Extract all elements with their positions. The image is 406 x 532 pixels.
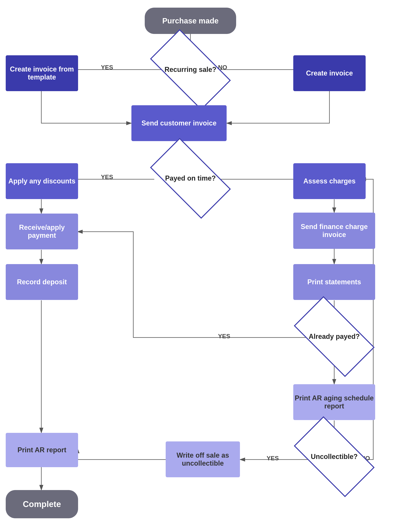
flowchart: YES NO YES NO YES NO YES NO Purchase mad… [0, 0, 406, 532]
label-yes-recurring: YES [101, 64, 113, 71]
record-deposit-node: Record deposit [6, 264, 78, 300]
write-off-node: Write off sale as uncollectible [166, 442, 240, 477]
send-customer-invoice-node: Send customer invoice [131, 105, 227, 141]
complete-node: Complete [6, 490, 78, 518]
apply-discounts-node: Apply any discounts [6, 163, 78, 199]
purchase-made-node: Purchase made [145, 8, 236, 34]
payed-on-time-diamond: Payed on time? [154, 157, 227, 199]
uncollectible-diamond: Uncollectible? [298, 436, 370, 478]
label-yes-payed: YES [101, 173, 113, 180]
create-invoice-template-node: Create invoice from template [6, 55, 78, 91]
print-ar-report-node: Print AR report [6, 433, 78, 467]
print-ar-aging-node: Print AR aging schedule report [293, 384, 375, 420]
print-statements-node: Print statements [293, 264, 375, 300]
label-yes-already: YES [218, 333, 230, 340]
assess-charges-node: Assess charges [293, 163, 366, 199]
recurring-sale-diamond: Recurring sale? [154, 49, 227, 90]
receive-payment-node: Receive/apply payment [6, 214, 78, 249]
create-invoice-node: Create invoice [293, 55, 366, 91]
label-yes-uncollectible: YES [267, 455, 279, 462]
already-payed-diamond: Already payed? [298, 315, 370, 358]
send-finance-charge-node: Send finance charge invoice [293, 213, 375, 249]
